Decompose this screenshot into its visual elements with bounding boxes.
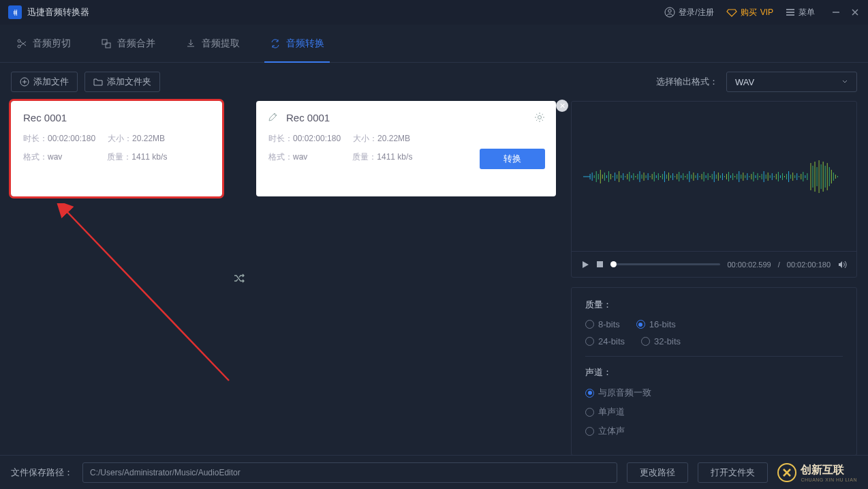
app-name: 迅捷音频转换器 [27,6,89,18]
file-name-2: Rec 0001 [268,112,544,123]
add-file-button[interactable]: 添加文件 [11,72,78,92]
convert-button[interactable]: 转换 [480,149,545,169]
radio-32bits[interactable]: 32-bits [641,336,681,346]
close-card-button[interactable]: ✕ [556,100,568,112]
vip-button[interactable]: 购买VIP [726,7,773,18]
file-card-2[interactable]: Rec 0001 ✕ 时长：00:02:00:180 大小：20.22MB 格式… [256,101,556,196]
channel-title: 声道： [585,366,843,379]
folder-icon [93,77,103,87]
diamond-icon [726,7,737,18]
chevron-down-icon [841,78,848,85]
svg-point-1 [668,10,671,12]
waveform [572,102,856,251]
radio-ch-same[interactable]: 与原音频一致 [585,387,651,399]
svg-line-8 [65,210,229,381]
save-path[interactable]: C:/Users/Administrator/Music/AudioEditor [82,462,617,483]
progress-bar[interactable] [610,263,720,265]
audio-preview: 00:00:02.599 / 00:02:00:180 [571,101,857,278]
radio-8bits[interactable]: 8-bits [585,319,620,329]
brand-icon [777,463,796,482]
extract-icon [185,38,196,49]
menu-icon [786,8,795,17]
file-card-1[interactable]: Rec 0001 时长：00:02:00:180 大小：20.22MB 格式：w… [11,101,222,196]
time-total: 00:02:00:180 [787,261,831,269]
edit-icon[interactable] [267,112,278,123]
svg-point-2 [18,40,20,42]
menu-button[interactable]: 菜单 [786,7,815,18]
user-icon [664,7,675,18]
convert-icon [270,38,281,49]
path-label: 文件保存路径： [11,466,73,479]
stop-button[interactable] [596,261,604,268]
svg-rect-130 [597,261,603,267]
tab-convert[interactable]: 音频转换 [270,25,324,62]
plus-circle-icon [20,77,29,87]
play-button[interactable] [581,261,589,269]
svg-rect-5 [106,43,110,48]
player-controls: 00:00:02.599 / 00:02:00:180 [572,251,856,277]
format-select[interactable]: WAV [726,72,857,92]
radio-ch-stereo[interactable]: 立体声 [585,425,625,437]
tabs: 音频剪切 音频合并 音频提取 音频转换 [0,25,868,63]
minimize-button[interactable] [831,8,841,17]
radio-ch-mono[interactable]: 单声道 [585,406,625,418]
radio-24bits[interactable]: 24-bits [585,336,625,346]
logo-icon: ı|ı| [8,5,22,19]
file-name: Rec 0001 [23,112,210,123]
tab-merge[interactable]: 音频合并 [101,25,155,62]
settings-panel: 质量： 8-bits 16-bits 24-bits 32-bits 声道： 与… [571,287,857,456]
open-folder-button[interactable]: 打开文件夹 [698,462,768,483]
annotation-arrow [52,203,243,394]
toolbar: 添加文件 添加文件夹 选择输出格式： WAV [0,63,868,101]
volume-button[interactable] [837,260,847,269]
add-folder-button[interactable]: 添加文件夹 [84,72,160,92]
tab-extract[interactable]: 音频提取 [185,25,240,62]
login-button[interactable]: 登录/注册 [664,7,713,18]
format-label: 选择输出格式： [656,76,718,88]
footer: 文件保存路径： C:/Users/Administrator/Music/Aud… [0,455,868,489]
scissors-icon [16,38,27,49]
svg-rect-4 [102,40,107,44]
tab-cut[interactable]: 音频剪切 [16,25,71,62]
gear-icon[interactable] [534,112,545,123]
brand-logo: 创新互联 CHUANG XIN HU LIAN [777,463,857,482]
change-path-button[interactable]: 更改路径 [627,462,688,483]
quality-title: 质量： [585,299,843,311]
close-button[interactable] [850,8,860,17]
time-current: 00:00:02.599 [727,261,771,269]
radio-16bits[interactable]: 16-bits [636,319,676,329]
svg-point-7 [538,116,542,119]
svg-point-3 [18,45,20,48]
app-logo: ı|ı| 迅捷音频转换器 [8,5,89,19]
titlebar: ı|ı| 迅捷音频转换器 登录/注册 购买VIP 菜单 [0,0,868,25]
merge-icon [101,38,112,49]
